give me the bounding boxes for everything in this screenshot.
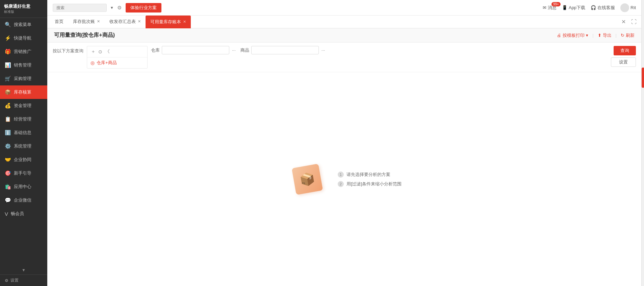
- main-content: ▾ ⚙ 体验行业方案 ✉ 消息 99+ 📱 App下载 🎧 在线客服 Rit: [47, 0, 641, 286]
- topbar-gear-icon[interactable]: ⚙: [117, 5, 122, 11]
- sidebar-item-企业协同[interactable]: 🤝 企业协同: [0, 153, 47, 166]
- tab-home[interactable]: 首页: [50, 16, 68, 28]
- tab-close-button[interactable]: ✕: [619, 18, 628, 26]
- print-button[interactable]: 🖨 按模板打印 ▾: [557, 32, 588, 38]
- tab-available-qty-close[interactable]: ✕: [183, 20, 186, 24]
- sidebar-bottom[interactable]: ⚙ 设置: [0, 275, 47, 286]
- sidebar-item-基础信息[interactable]: ℹ️ 基础信息: [0, 126, 47, 139]
- sidebar-item-搜索菜单[interactable]: 🔍 搜索菜单: [0, 18, 47, 31]
- filter-fields: 仓库 ··· 商品 ···: [151, 46, 608, 54]
- sidebar-item-系统管理[interactable]: ⚙️ 系统管理: [0, 139, 47, 153]
- refresh-button[interactable]: ↻ 刷新: [621, 32, 635, 38]
- settings-icon: ⚙: [5, 278, 8, 283]
- message-icon: ✉: [543, 5, 546, 10]
- sidebar-item-资金管理[interactable]: 💰 资金管理: [0, 99, 47, 112]
- empty-illustration: [287, 159, 328, 200]
- scheme-icon: ◎: [91, 60, 95, 66]
- sidebar-item-采购管理[interactable]: 🛒 采购管理: [0, 72, 47, 85]
- sidebar-icon-0: 🔍: [5, 22, 11, 28]
- scheme-item-warehouse-goods[interactable]: ◎ 仓库+商品: [87, 57, 147, 68]
- separator2: |: [616, 33, 617, 38]
- topbar-dropdown[interactable]: ▾: [111, 5, 113, 10]
- tabs-bar: 首页 库存批次账 ✕ 收发存汇总表 ✕ 可用量库存账本 ✕ ✕ ⛶: [47, 16, 641, 28]
- sidebar-item-label-10: 企业协同: [14, 157, 31, 163]
- tab-available-qty[interactable]: 可用量库存账本 ✕: [146, 16, 191, 28]
- trial-button[interactable]: 体验行业方案: [126, 3, 161, 12]
- sidebar-icon-12: 🛍️: [5, 184, 11, 190]
- tab-stock-summary-close[interactable]: ✕: [138, 19, 141, 24]
- topbar: ▾ ⚙ 体验行业方案 ✉ 消息 99+ 📱 App下载 🎧 在线客服 Rit: [47, 0, 641, 16]
- filter-scheme-panel: ＋ ⊙ 《 ◎ 仓库+商品: [87, 46, 148, 69]
- page-title: 可用量查询(按仓库+商品): [54, 32, 115, 39]
- sidebar-icon-7: 📋: [5, 116, 11, 122]
- collapse-scheme-button[interactable]: 《: [105, 48, 110, 55]
- sidebar-icon-2: 🎁: [5, 49, 11, 55]
- tab-inventory-batch[interactable]: 库存批次账 ✕: [68, 16, 105, 28]
- print-icon: 🖨: [557, 33, 561, 38]
- right-scrollbar[interactable]: [641, 0, 644, 286]
- tabs-actions: ✕ ⛶: [619, 18, 639, 26]
- query-button[interactable]: 查询: [614, 46, 636, 55]
- sidebar-item-label-4: 采购管理: [14, 76, 31, 82]
- scrollbar-thumb[interactable]: [642, 68, 644, 88]
- refresh-icon: ↻: [621, 33, 624, 38]
- edit-scheme-button[interactable]: ⊙: [98, 49, 103, 55]
- sidebar-item-label-2: 营销推广: [14, 49, 31, 55]
- tab-inventory-batch-close[interactable]: ✕: [97, 19, 100, 24]
- sidebar-bottom-label: 设置: [10, 278, 19, 283]
- sidebar-item-畅会员[interactable]: V 畅会员: [0, 207, 47, 220]
- warehouse-filter-field: 仓库 ···: [151, 46, 236, 54]
- sidebar: 畅康通好生意 标准版 🔍 搜索菜单 ⚡ 快捷导航 🎁 营销推广 📊 销售管理 🛒…: [0, 0, 47, 286]
- sidebar-icon-5: 📦: [5, 89, 11, 95]
- export-label: 导出: [603, 32, 612, 38]
- tab-inventory-batch-label: 库存批次账: [73, 19, 95, 25]
- filter-label: 按以下方案查询: [53, 46, 83, 54]
- online-service-label: 在线客服: [597, 5, 615, 11]
- user-area[interactable]: Rit: [620, 3, 636, 12]
- sidebar-icon-10: 🤝: [5, 157, 11, 163]
- sidebar-item-label-6: 资金管理: [14, 103, 31, 109]
- sidebar-item-label-3: 销售管理: [14, 62, 31, 68]
- tab-stock-summary[interactable]: 收发存汇总表 ✕: [105, 16, 146, 28]
- app-download-button[interactable]: 📱 App下载: [562, 5, 585, 11]
- tab-fullscreen-button[interactable]: ⛶: [629, 18, 639, 26]
- print-dropdown-icon[interactable]: ▾: [586, 33, 588, 38]
- user-name: Rit: [630, 5, 636, 10]
- tab-stock-summary-label: 收发存汇总表: [109, 19, 136, 25]
- sidebar-scroll: 🔍 搜索菜单 ⚡ 快捷导航 🎁 营销推广 📊 销售管理 🛒 采购管理 📦 库存核…: [0, 18, 47, 266]
- app-version: 标准版: [4, 9, 43, 14]
- sidebar-item-企业微信[interactable]: 💬 企业微信: [0, 193, 47, 207]
- sidebar-item-新手引导[interactable]: 🎯 新手引导: [0, 166, 47, 180]
- print-label: 按模板打印: [563, 32, 585, 38]
- sidebar-item-应用中心[interactable]: 🛍️ 应用中心: [0, 180, 47, 193]
- sidebar-item-快捷导航[interactable]: ⚡ 快捷导航: [0, 31, 47, 45]
- message-button[interactable]: ✉ 消息 99+: [543, 5, 557, 11]
- search-input[interactable]: [53, 4, 107, 12]
- export-button[interactable]: ⬆ 导出: [598, 32, 612, 38]
- empty-box-shape: [292, 163, 323, 195]
- goods-filter-field: 商品 ···: [240, 46, 326, 54]
- app-name: 畅康通好生意: [4, 3, 43, 9]
- hint-num-2: 2: [338, 181, 344, 187]
- sidebar-item-库存核算[interactable]: 📦 库存核算: [0, 85, 47, 99]
- sidebar-item-经营管理[interactable]: 📋 经营管理: [0, 112, 47, 126]
- warehouse-input[interactable]: [162, 46, 229, 54]
- app-download-label: App下载: [569, 5, 585, 11]
- sidebar-icon-6: 💰: [5, 103, 11, 109]
- settings-button[interactable]: 设置: [611, 57, 636, 67]
- sidebar-item-销售管理[interactable]: 📊 销售管理: [0, 58, 47, 72]
- add-scheme-button[interactable]: ＋: [91, 48, 96, 55]
- tab-available-qty-label: 可用量库存账本: [150, 19, 181, 25]
- goods-more-button[interactable]: ···: [321, 47, 326, 53]
- topbar-right: ✉ 消息 99+ 📱 App下载 🎧 在线客服 Rit: [543, 3, 636, 12]
- online-service-button[interactable]: 🎧 在线客服: [591, 5, 615, 11]
- goods-input[interactable]: [251, 46, 319, 54]
- sidebar-item-label-7: 经营管理: [14, 116, 31, 122]
- sidebar-icon-9: ⚙️: [5, 143, 11, 149]
- sidebar-item-营销推广[interactable]: 🎁 营销推广: [0, 45, 47, 58]
- empty-state: 1 请先选择要分析的方案 2 用[过滤]条件来缩小分析范围: [287, 159, 402, 200]
- sidebar-scroll-down[interactable]: ▼: [0, 266, 47, 275]
- tab-home-label: 首页: [55, 19, 63, 25]
- sidebar-item-label-5: 库存核算: [14, 89, 31, 95]
- warehouse-more-button[interactable]: ···: [231, 47, 236, 53]
